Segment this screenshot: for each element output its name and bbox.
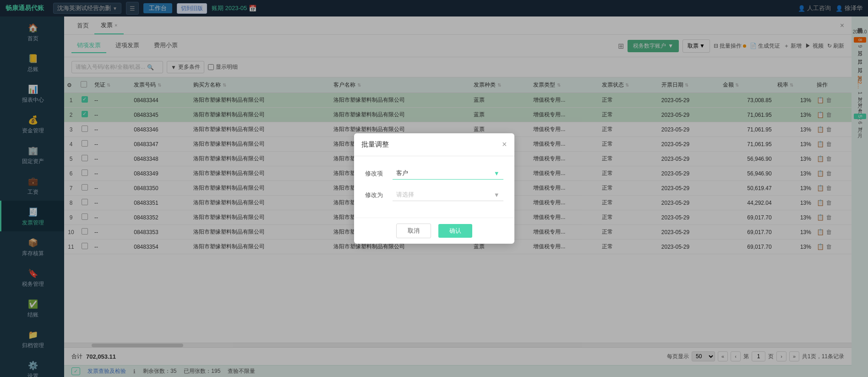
field-label: 修改项 [365, 169, 393, 178]
chevron-down-icon: ▼ [494, 191, 500, 198]
field-value: 客户 [396, 169, 408, 177]
field-select[interactable]: 客户 ▼ [393, 167, 503, 180]
target-select[interactable]: 请选择 ▼ [393, 189, 503, 201]
modal-title: 批量调整 [361, 140, 389, 149]
modal-header: 批量调整 × [354, 133, 514, 156]
target-label: 修改为 [365, 191, 393, 199]
modal-confirm-btn[interactable]: 确认 [438, 224, 472, 238]
form-row-target: 修改为 请选择 ▼ [365, 189, 503, 201]
form-row-field: 修改项 客户 ▼ [365, 167, 503, 180]
modal-close-btn[interactable]: × [502, 140, 507, 149]
modal-cancel-btn[interactable]: 取消 [396, 224, 431, 238]
modal-footer: 取消 确认 [354, 218, 514, 244]
modal-body: 修改项 客户 ▼ 修改为 请选择 ▼ [354, 156, 514, 218]
chevron-down-icon: ▼ [494, 170, 500, 177]
batch-adjust-modal: 批量调整 × 修改项 客户 ▼ 修改为 请选择 ▼ 取消 确认 [354, 133, 514, 244]
target-placeholder: 请选择 [396, 191, 414, 199]
modal-overlay: 批量调整 × 修改项 客户 ▼ 修改为 请选择 ▼ 取消 确认 [0, 0, 868, 377]
